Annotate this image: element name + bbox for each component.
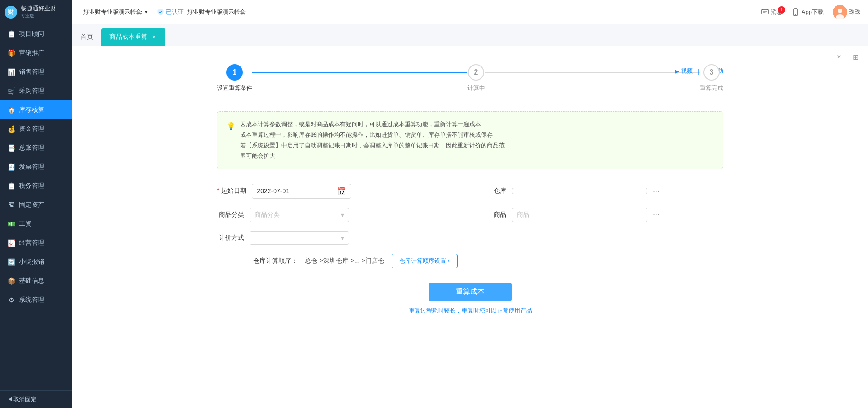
window-close-btn[interactable]: × xyxy=(834,52,844,62)
sidebar-item-invoice[interactable]: 🧾 发票管理 xyxy=(0,157,72,176)
system-icon: ⚙ xyxy=(7,296,15,304)
sidebar-unpin[interactable]: ◀取消固定 xyxy=(0,390,72,408)
video-link[interactable]: ▶ 视频 xyxy=(675,67,693,75)
sidebar-item-label: 项目顾问 xyxy=(19,30,44,38)
category-label: 商品分类 xyxy=(217,211,244,219)
recalculate-btn[interactable]: 重算成本 xyxy=(429,283,512,301)
form-row-3: 计价方式 ▾ xyxy=(217,231,723,245)
goods-input[interactable]: 商品 xyxy=(512,208,647,222)
sidebar-item-accounting[interactable]: 📑 总账管理 xyxy=(0,138,72,157)
warehouse-more-btn[interactable]: ··· xyxy=(653,186,660,196)
sidebar-item-label: 系统管理 xyxy=(19,296,44,304)
step-line-1 xyxy=(252,72,467,73)
sidebar-item-label: 发票管理 xyxy=(19,163,44,171)
warehouse-order-settings-btn[interactable]: 仓库计算顺序设置 › xyxy=(392,254,458,268)
message-icon xyxy=(761,8,769,16)
sidebar-item-expense[interactable]: 🔄 小畅报销 xyxy=(0,252,72,271)
sidebar-item-purchase[interactable]: 🛒 采购管理 xyxy=(0,81,72,100)
calendar-icon[interactable]: 📅 xyxy=(337,187,346,195)
step-3-label: 重算完成 xyxy=(700,84,723,92)
phone-icon xyxy=(792,8,800,16)
sidebar-item-operation[interactable]: 📈 经营管理 xyxy=(0,233,72,252)
inventory-icon: 🏠 xyxy=(7,106,15,114)
user-name: 珠珠 xyxy=(849,8,861,16)
tab-recalculate[interactable]: 商品成本重算 × xyxy=(101,28,165,46)
tabbar: 首页 商品成本重算 × xyxy=(72,24,868,46)
sidebar-item-project[interactable]: 📋 项目顾问 xyxy=(0,24,72,43)
sidebar-item-label: 销售管理 xyxy=(19,68,44,76)
start-date-label: 起始日期 xyxy=(217,187,246,195)
recalculate-section: 重算成本 重算过程耗时较长，重算时您可以正常使用产品 xyxy=(217,283,723,315)
logo-sub: 专业版 xyxy=(21,13,56,19)
main-wrapper: 好业财专业版演示帐套 ▾ 已认证 好业财专业版演示帐套 消息 1 xyxy=(72,0,868,408)
pricing-label: 计价方式 xyxy=(217,234,244,242)
start-date-field: 起始日期 2022-07-01 📅 xyxy=(217,184,461,199)
project-icon: 📋 xyxy=(7,30,15,38)
step-1-circle: 1 xyxy=(226,64,243,81)
topbar-actions: 消息 1 App下载 珠珠 xyxy=(761,5,861,19)
step-3-circle: 3 xyxy=(703,64,720,81)
start-date-input[interactable]: 2022-07-01 📅 xyxy=(252,184,351,199)
category-field: 商品分类 商品分类 ▾ xyxy=(217,208,461,222)
sidebar-item-label: 营销推广 xyxy=(19,49,44,57)
form-row-2: 商品分类 商品分类 ▾ 商品 商品 · xyxy=(217,208,723,222)
purchase-icon: 🛒 xyxy=(7,87,15,95)
invoice-icon: 🧾 xyxy=(7,163,15,171)
info-box: 💡 因成本计算参数调整，或是对商品成本有疑问时，可以通过成本重算功能，重新计算一… xyxy=(217,111,723,169)
sidebar-item-label: 库存核算 xyxy=(19,106,44,114)
sales-icon: 📊 xyxy=(7,68,15,76)
info-icon: 💡 xyxy=(226,120,236,161)
content-area: × ⊞ 1 设置重算条件 xyxy=(72,46,868,408)
app-download-btn[interactable]: App下载 xyxy=(792,8,824,16)
divider: | xyxy=(698,68,699,75)
sidebar-item-inventory[interactable]: 🏠 库存核算 xyxy=(0,100,72,119)
user-avatar xyxy=(833,5,847,19)
tab-close-btn[interactable]: × xyxy=(150,33,157,41)
sidebar-item-salary[interactable]: 💵 工资 xyxy=(0,214,72,233)
window-expand-btn[interactable]: ⊞ xyxy=(850,52,861,62)
tab-home[interactable]: 首页 xyxy=(72,28,101,46)
sidebar-item-system[interactable]: ⚙ 系统管理 xyxy=(0,290,72,309)
app-download-label: App下载 xyxy=(802,8,824,16)
sidebar-item-sales[interactable]: 📊 销售管理 xyxy=(0,62,72,81)
info-line-1: 因成本计算参数调整，或是对商品成本有疑问时，可以通过成本重算功能，重新计算一遍成… xyxy=(240,119,505,129)
pricing-select[interactable]: ▾ xyxy=(250,231,349,245)
tab-home-label: 首页 xyxy=(80,33,93,41)
step-2-label: 计算中 xyxy=(467,84,485,92)
sidebar-item-label: 总账管理 xyxy=(19,144,44,152)
sidebar-logo: 财 畅捷通好业财 专业版 xyxy=(0,0,72,24)
sidebar-item-marketing[interactable]: 🎁 营销推广 xyxy=(0,43,72,62)
account-selector[interactable]: 好业财专业版演示帐套 ▾ xyxy=(80,6,151,18)
info-box-content: 因成本计算参数调整，或是对商品成本有疑问时，可以通过成本重算功能，重新计算一遍成… xyxy=(240,119,505,161)
sidebar-item-assets[interactable]: 🏗 固定资产 xyxy=(0,195,72,214)
operation-icon: 📈 xyxy=(7,239,15,247)
warehouse-input[interactable] xyxy=(512,188,647,194)
sidebar-item-label: 资金管理 xyxy=(19,125,44,133)
company-name: 好业财专业版演示帐套 xyxy=(187,8,246,16)
category-select[interactable]: 商品分类 ▾ xyxy=(250,208,349,222)
svg-point-4 xyxy=(838,9,842,13)
video-icon: ▶ xyxy=(675,68,679,75)
sidebar-item-label: 经营管理 xyxy=(19,239,44,247)
shield-icon xyxy=(157,9,164,16)
goods-more-btn[interactable]: ··· xyxy=(653,210,660,219)
step-2-circle: 2 xyxy=(468,64,484,81)
message-btn[interactable]: 消息 1 xyxy=(761,8,783,16)
user-avatar-btn[interactable]: 珠珠 xyxy=(833,5,861,19)
assets-icon: 🏗 xyxy=(7,201,15,209)
chevron-down-icon: ▾ xyxy=(341,211,344,218)
content-inner: 1 设置重算条件 2 计算中 xyxy=(199,46,741,328)
step-1: 1 设置重算条件 xyxy=(217,64,252,92)
sidebar-item-finance[interactable]: 💰 资金管理 xyxy=(0,119,72,138)
step-1-label: 设置重算条件 xyxy=(217,84,252,92)
svg-rect-0 xyxy=(762,9,768,14)
warehouse-order-row: 仓库计算顺序： 总仓->深圳仓库->...->门店仓 仓库计算顺序设置 › xyxy=(217,254,723,268)
tab-recalculate-label: 商品成本重算 xyxy=(109,33,147,41)
sidebar-item-basic[interactable]: 📦 基础信息 xyxy=(0,271,72,290)
avatar-img xyxy=(833,5,847,19)
sidebar-item-tax[interactable]: 📋 税务管理 xyxy=(0,176,72,195)
notification-badge: 1 xyxy=(778,6,785,14)
tax-icon: 📋 xyxy=(7,182,15,190)
info-line-2: 成本重算过程中，影响库存账的操作均不能操作，比如进货单、销货单、库存单据不能审核… xyxy=(240,129,505,140)
topbar: 好业财专业版演示帐套 ▾ 已认证 好业财专业版演示帐套 消息 1 xyxy=(72,0,868,24)
